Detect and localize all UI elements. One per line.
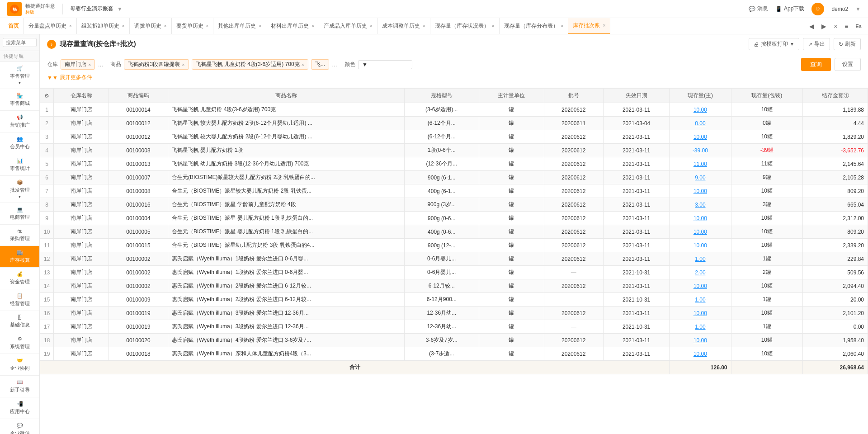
product-tag2-close[interactable]: ×: [302, 62, 304, 67]
color-dropdown[interactable]: ▼: [358, 60, 412, 69]
query-btn[interactable]: 查询: [801, 58, 831, 71]
tab-home[interactable]: 首页: [4, 18, 24, 34]
tab-cailiaochu[interactable]: 材料出库单历史 ×: [266, 18, 319, 34]
tab-next-btn[interactable]: ▶: [819, 23, 829, 30]
cell-name: 合生元（BIOSTIME）派星幼儿配方奶粉 3段 乳铁蛋白的4...: [168, 239, 405, 252]
tab-zuzhuang[interactable]: 组装拆卸单历史 ×: [77, 18, 130, 34]
sidebar-item-collab[interactable]: 🤝 企业协同: [0, 354, 39, 376]
tab-diaob[interactable]: 调拨单历史 ×: [130, 18, 172, 34]
cell-code: 00100012: [108, 130, 168, 144]
cell-qty-main[interactable]: 10.00: [670, 212, 731, 225]
tab-close-all-btn[interactable]: ×: [831, 23, 840, 30]
more-dots[interactable]: …: [98, 61, 103, 68]
tab-close-4[interactable]: ×: [206, 24, 209, 28]
sidebar-item-base[interactable]: 🗄 基础信息: [0, 311, 39, 332]
logo-text: 畅捷通好生意 标版: [25, 3, 55, 15]
ecom-icon: 💻: [17, 207, 23, 212]
app-download-btn[interactable]: 📱 App下载: [775, 5, 804, 13]
cell-qty-main[interactable]: 10.00: [670, 307, 731, 320]
cell-qty-main[interactable]: 1.00: [670, 252, 731, 266]
avatar[interactable]: D: [811, 3, 824, 15]
tab-xiancun2[interactable]: 现存量（库存分布表） ×: [500, 18, 569, 34]
cell-code: 00100019: [108, 307, 168, 320]
settings-header[interactable]: ⚙: [40, 89, 54, 103]
search-input[interactable]: [3, 38, 37, 47]
tab-yaohuo[interactable]: 要货单历史 ×: [172, 18, 214, 34]
tab-close-5[interactable]: ×: [259, 24, 261, 28]
tab-close-2[interactable]: ×: [122, 24, 125, 28]
tab-close-6[interactable]: ×: [311, 24, 314, 28]
template-print-btn[interactable]: 🖨 按模板打印 ▼: [749, 38, 799, 50]
chevron-down-icon[interactable]: ▼: [117, 6, 123, 12]
cell-qty-main[interactable]: -39.00: [670, 144, 731, 157]
cell-batch: 20200612: [544, 347, 603, 361]
cell-qty-main[interactable]: 10.00: [670, 334, 731, 347]
sidebar-item-purchase[interactable]: 🛍 采购管理: [0, 225, 39, 246]
sidebar-item-mall[interactable]: 🏪 零售商城: [0, 89, 39, 111]
sidebar-item-capital[interactable]: 💰 资金管理: [0, 268, 39, 289]
cell-qty-pack: 10罐: [731, 212, 803, 225]
export-btn[interactable]: ↗ 导出: [803, 38, 830, 50]
cell-qty-pack: 10罐: [731, 130, 803, 144]
tab-close-1[interactable]: ×: [69, 24, 72, 28]
tab-close-8[interactable]: ×: [423, 24, 425, 28]
sidebar-item-manage[interactable]: 📋 经营管理: [0, 289, 39, 311]
tab-menu-btn[interactable]: ≡: [842, 23, 851, 30]
sidebar-item-wholesale[interactable]: 📦 批发管理 ▼: [0, 176, 39, 203]
selector-area[interactable]: 母婴行业演示账套 ▼: [70, 5, 123, 13]
tab-prev-btn[interactable]: ◀: [807, 23, 817, 30]
cell-qty-main[interactable]: 2.00: [670, 266, 731, 279]
cell-qty-main[interactable]: 0.00: [670, 117, 731, 130]
cell-qty-main[interactable]: 9.00: [670, 171, 731, 184]
cell-qty-main[interactable]: 3.00: [670, 198, 731, 212]
cell-qty-main[interactable]: 10.00: [670, 103, 731, 117]
message-btn[interactable]: 💬 消息: [749, 5, 768, 13]
tab-close-9[interactable]: ×: [492, 24, 495, 28]
cell-batch: 20200612: [544, 157, 603, 171]
cell-qty-main[interactable]: 10.00: [670, 239, 731, 252]
cell-qty-main[interactable]: 10.00: [670, 279, 731, 293]
tab-chengben[interactable]: 成本调整单历史 ×: [377, 18, 430, 34]
tab-close-3[interactable]: ×: [164, 24, 167, 28]
cell-code: 00100013: [108, 157, 168, 171]
tab-qitachu[interactable]: 其他出库单历史 ×: [213, 18, 266, 34]
sidebar-item-wechat[interactable]: 💬 企业微信: [0, 419, 39, 434]
cell-batch: 20200612: [544, 198, 603, 212]
cell-code: 00100016: [108, 198, 168, 212]
tab-fenpan[interactable]: 分量盘点单历史 ×: [24, 18, 77, 34]
settings-btn[interactable]: 设置: [835, 58, 861, 71]
sidebar-item-marketing[interactable]: 📢 营销推广: [0, 111, 39, 132]
refresh-btn[interactable]: ↻ 刷新: [834, 38, 861, 50]
tab-chancheng[interactable]: 产成品入库单历史 ×: [319, 18, 377, 34]
sidebar-item-member[interactable]: 👥 会员中心: [0, 132, 39, 154]
expand-more-btn[interactable]: ▼▼ 展开更多条件: [47, 74, 861, 81]
cell-qty-main[interactable]: 10.00: [670, 347, 731, 361]
sidebar-item-stat[interactable]: 📊 零售统计: [0, 154, 39, 176]
cell-qty-main[interactable]: 10.00: [670, 225, 731, 239]
cell-code: 00100002: [108, 252, 168, 266]
tab-close-10[interactable]: ×: [561, 24, 564, 28]
cell-qty-main[interactable]: 10.00: [670, 130, 731, 144]
tab-close-7[interactable]: ×: [370, 24, 373, 28]
expand-row-btn[interactable]: ›: [47, 40, 56, 49]
sidebar-item-guide[interactable]: 📖 新手引导: [0, 376, 39, 397]
sidebar-item-system[interactable]: ⚙ 系统管理: [0, 332, 39, 354]
cell-expire: 2021-03-11: [603, 130, 669, 144]
sidebar-item-retail[interactable]: 🛒 零售管理 ▼: [0, 62, 39, 89]
sidebar-item-app[interactable]: 📲 应用中心: [0, 397, 39, 419]
cell-amount: 1,829.20: [803, 130, 868, 144]
tab-kucunpici[interactable]: 库存批次账 ×: [568, 18, 610, 34]
tab-close-11[interactable]: ×: [603, 23, 605, 28]
cell-qty-main[interactable]: 11.00: [670, 157, 731, 171]
cell-qty-main[interactable]: 1.00: [670, 293, 731, 307]
cell-qty-main[interactable]: 10.00: [670, 184, 731, 198]
more-dots2[interactable]: …: [332, 61, 337, 68]
sidebar-item-ecom[interactable]: 💻 电商管理: [0, 203, 39, 225]
warehouse-tag-close[interactable]: ×: [88, 62, 91, 67]
tab-xiancun1[interactable]: 现存量（库存状况表） ×: [430, 18, 500, 34]
cell-amount: 809.20: [803, 184, 868, 198]
product-tag1-close[interactable]: ×: [182, 62, 184, 67]
cell-qty-main[interactable]: 1.00: [670, 320, 731, 334]
cell-qty-pack: 0罐: [731, 117, 803, 130]
sidebar-item-inventory[interactable]: 🏬 库存核算: [0, 246, 39, 268]
